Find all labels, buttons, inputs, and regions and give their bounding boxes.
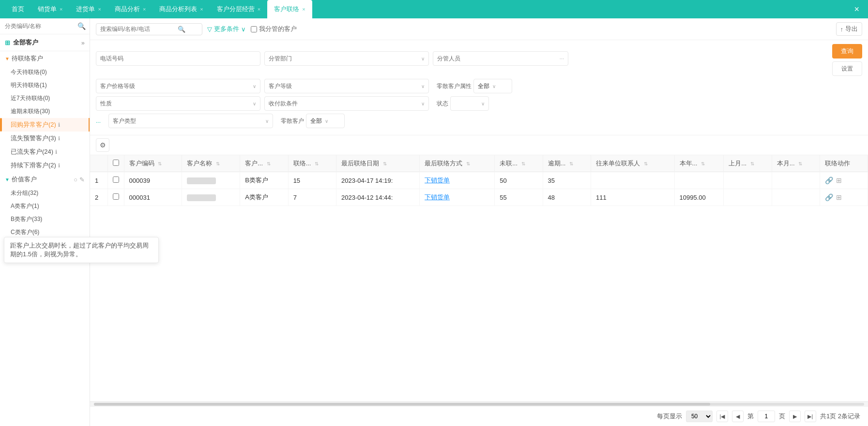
select-all-checkbox[interactable] xyxy=(113,160,119,166)
td-index-2: 2 xyxy=(90,189,107,206)
close-customer-contact-icon[interactable]: × xyxy=(302,6,305,12)
th-overdue: 逾期... ⇅ xyxy=(543,155,591,172)
search-input[interactable] xyxy=(100,26,178,32)
top-navigation: 首页 销货单 × 进货单 × 商品分析 × 商品分析列表 × 客户分层经营 × … xyxy=(0,0,868,18)
close-customer-stratification-icon[interactable]: × xyxy=(258,6,260,12)
td-contact-1: 15 xyxy=(288,172,336,189)
sidebar-item-ungroup[interactable]: 未分组(32) xyxy=(0,187,90,200)
nav-sales-order[interactable]: 销货单 × xyxy=(31,0,69,18)
scrollbar-track[interactable] xyxy=(94,403,864,406)
table-row: 1 000039 B类客户 15 2023-04-17 14:19: 下销货单 … xyxy=(90,172,868,189)
th-last-contact-method: 最后联络方式 ⇅ xyxy=(420,155,495,172)
th-action: 联络动作 xyxy=(820,155,868,172)
nav-purchase-order[interactable]: 进货单 × xyxy=(69,0,107,18)
price-grade-field[interactable]: 客户价格等级 ∨ xyxy=(96,79,260,93)
tooltip-box: 距客户上次交易时长，超过了此客户的平均交易周期的1.5倍，则视为异常。 xyxy=(4,237,159,263)
gender-field[interactable]: 性质 ∨ xyxy=(96,96,260,111)
scrollbar-thumb[interactable] xyxy=(94,403,710,406)
table-toolbar: ⚙ xyxy=(90,135,868,155)
nav-customer-stratification[interactable]: 客户分层经营 × xyxy=(210,0,267,18)
contact-method-link-1[interactable]: 下销货单 xyxy=(425,176,450,184)
data-table-container: 客户编码 ⇅ 客户名称 ⇅ 客户... ⇅ 联络... xyxy=(90,155,868,401)
sidebar-item-repurchase-anomaly[interactable]: 回购异常客户(2) ℹ xyxy=(0,118,90,132)
retail-customer-arrow-icon: ∨ xyxy=(325,118,328,124)
circle-icon[interactable]: ○ xyxy=(74,176,77,183)
query-button[interactable]: 查询 xyxy=(832,44,862,59)
td-this-month-1 xyxy=(772,172,820,189)
customer-grade-field[interactable]: 客户等级 ∨ xyxy=(264,79,429,93)
advanced-filter-panel: 电话号码 分管部门 ∨ 分管人员 ··· 查询 xyxy=(90,40,868,135)
sidebar-item-today-contact[interactable]: 今天待联络(0) xyxy=(0,66,90,79)
filter-row-2: 客户价格等级 ∨ 客户等级 ∨ 零散客户属性 全部 ∨ xyxy=(96,79,862,93)
last-page-button[interactable]: ▶| xyxy=(805,411,816,422)
prev-page-button[interactable]: ◀ xyxy=(732,411,744,422)
phone-field[interactable]: 电话号码 xyxy=(96,51,260,66)
row-checkbox-1[interactable] xyxy=(113,176,119,183)
close-purchase-order-icon[interactable]: × xyxy=(98,6,101,12)
search-icon[interactable]: 🔍 xyxy=(178,26,185,33)
sidebar-search-icon[interactable]: 🔍 xyxy=(77,22,86,30)
first-page-button[interactable]: |◀ xyxy=(716,411,728,422)
sidebar-item-lost-customers[interactable]: 已流失客户(24) ℹ xyxy=(0,145,90,159)
table-settings-button[interactable]: ⚙ xyxy=(96,138,109,152)
td-index-1: 1 xyxy=(90,172,107,189)
sidebar-search-input[interactable] xyxy=(5,23,77,29)
sidebar-group-value-customers[interactable]: ▼ 价值客户 ○ ✎ xyxy=(0,172,90,187)
next-page-button[interactable]: ▶ xyxy=(789,411,801,422)
sidebar-item-7days-contact[interactable]: 近7天待联络(0) xyxy=(0,92,90,105)
page-number-input[interactable] xyxy=(758,411,775,422)
payment-field[interactable]: 收付款条件 ∨ xyxy=(264,96,429,111)
sidebar-item-a-class[interactable]: A类客户(1) xyxy=(0,200,90,213)
total-records: 共1页 2条记录 xyxy=(820,412,860,421)
th-grade: 客户... ⇅ xyxy=(240,155,288,172)
close-product-analysis-icon[interactable]: × xyxy=(143,6,146,12)
sidebar-item-declining-customers[interactable]: 持续下滑客户(2) ℹ xyxy=(0,159,90,172)
td-checkbox-1 xyxy=(107,172,124,189)
td-contact-2: 7 xyxy=(288,189,336,206)
sidebar-group-pending-contact[interactable]: ▼ 待联络客户 xyxy=(0,51,90,66)
td-method-2: 下销货单 xyxy=(420,189,495,206)
collapse-sidebar-icon[interactable]: » xyxy=(81,39,85,46)
gender-dropdown-icon: ∨ xyxy=(253,101,256,106)
export-button[interactable]: ↑ 导出 xyxy=(836,22,863,36)
status-select[interactable]: ∨ xyxy=(450,96,489,111)
my-customers-checkbox[interactable] xyxy=(251,26,257,32)
search-box: 🔍 xyxy=(96,23,202,35)
more-conditions-button[interactable]: ▽ 更多条件 ∨ xyxy=(207,25,246,33)
sidebar-item-overdue-contact[interactable]: 逾期未联络(30) xyxy=(0,105,90,118)
nav-customer-contact[interactable]: 客户联络 × xyxy=(267,0,312,18)
per-page-select[interactable]: 50 100 200 xyxy=(686,411,713,422)
sort-date-icon: ⇅ xyxy=(383,161,387,166)
nav-product-analysis-list[interactable]: 商品分析列表 × xyxy=(152,0,210,18)
retail-customer-select[interactable]: 全部 ∨ xyxy=(306,114,345,128)
customer-type-field[interactable]: 客户类型 ∨ xyxy=(108,114,273,128)
th-checkbox xyxy=(107,155,124,172)
close-product-analysis-list-icon[interactable]: × xyxy=(200,6,203,12)
manager-field[interactable]: 分管人员 ··· xyxy=(433,51,568,66)
more-filter-button[interactable]: ... xyxy=(96,118,101,124)
dept-field[interactable]: 分管部门 ∨ xyxy=(264,51,429,66)
sidebar-item-tomorrow-contact[interactable]: 明天待联络(1) xyxy=(0,79,90,92)
td-contact-person-1 xyxy=(591,172,674,189)
td-name-2 xyxy=(182,189,240,206)
sidebar-item-b-class[interactable]: B类客户(33) xyxy=(0,213,90,226)
sidebar-item-loss-warning[interactable]: 流失预警客户(3) ℹ xyxy=(0,132,90,145)
nav-product-analysis[interactable]: 商品分析 × xyxy=(108,0,152,18)
th-last-contact-date: 最后联络日期 ⇅ xyxy=(336,155,420,172)
contact-method-link-2[interactable]: 下销货单 xyxy=(425,193,450,201)
row-checkbox-2[interactable] xyxy=(113,193,119,200)
link-action-icon-2[interactable]: 🔗 xyxy=(825,193,833,201)
retail-attr-select[interactable]: 全部 ∨ xyxy=(473,79,512,93)
price-grade-dropdown-icon: ∨ xyxy=(253,84,256,89)
td-code-1: 000039 xyxy=(124,172,182,189)
edit-icon[interactable]: ✎ xyxy=(79,176,85,183)
grid-action-icon-2[interactable]: ⊞ xyxy=(836,193,842,201)
nav-home[interactable]: 首页 xyxy=(5,0,31,18)
window-close-button[interactable]: × xyxy=(850,4,863,15)
settings-button[interactable]: 设置 xyxy=(832,61,862,76)
grid-action-icon-1[interactable]: ⊞ xyxy=(836,176,842,184)
link-action-icon-1[interactable]: 🔗 xyxy=(825,176,833,184)
all-customers-title: ⊞ 全部客户 » xyxy=(0,34,90,51)
close-sales-order-icon[interactable]: × xyxy=(60,6,62,12)
phone-input[interactable] xyxy=(123,55,256,62)
